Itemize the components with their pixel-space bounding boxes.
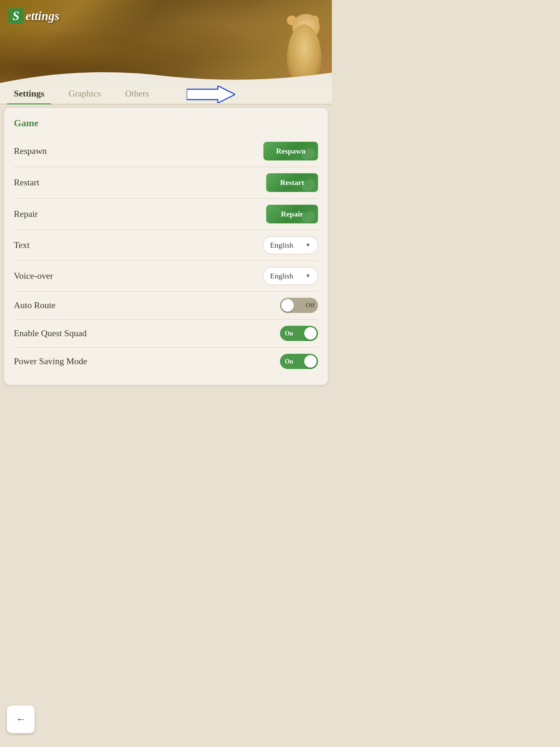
dropdown-arrow-icon: ▼ — [305, 242, 311, 248]
section-title: Game — [14, 118, 318, 129]
tab-graphics[interactable]: Graphics — [62, 83, 108, 104]
setting-row-text: TextEnglish▼ — [14, 230, 318, 261]
setting-row-voice_over: Voice-overEnglish▼ — [14, 261, 318, 292]
setting-label-power_saving_mode: Power Saving Mode — [14, 356, 87, 367]
dropdown-value-voice_over: English — [270, 271, 293, 280]
dropdown-value-text: English — [270, 241, 293, 250]
setting-label-repair: Repair — [14, 209, 38, 219]
toggle-label-enable_quest_squad: On — [285, 330, 293, 337]
setting-label-voice_over: Voice-over — [14, 271, 53, 281]
title-s-box: S — [8, 8, 24, 24]
setting-label-restart: Restart — [14, 177, 39, 188]
toggle-thumb-enable_quest_squad — [304, 327, 317, 340]
action-button-respawn[interactable]: Respawn — [263, 142, 318, 160]
svg-marker-1 — [187, 86, 235, 103]
setting-row-auto_route: Auto RouteOff — [14, 292, 318, 320]
setting-row-restart: RestartRestart — [14, 167, 318, 199]
action-button-repair[interactable]: Repair — [266, 205, 318, 223]
dropdown-text[interactable]: English▼ — [263, 236, 318, 254]
setting-row-repair: RepairRepair — [14, 199, 318, 230]
tab-others[interactable]: Others — [118, 83, 156, 104]
dropdown-voice_over[interactable]: English▼ — [263, 267, 318, 285]
toggle-thumb-auto_route — [281, 299, 294, 312]
setting-row-enable_quest_squad: Enable Quest SquadOn — [14, 320, 318, 348]
toggle-label-auto_route: Off — [306, 302, 315, 309]
arrow-icon — [187, 86, 235, 103]
header-banner: S ettings — [0, 0, 332, 83]
setting-label-auto_route: Auto Route — [14, 300, 56, 311]
toggle-auto_route[interactable]: Off — [280, 298, 318, 313]
title-text: ettings — [26, 9, 59, 23]
settings-list: RespawnRespawnRestartRestartRepairRepair… — [14, 136, 318, 375]
title-area: S ettings — [8, 8, 59, 24]
setting-label-text: Text — [14, 240, 30, 250]
arrow-annotation — [187, 86, 235, 103]
setting-row-power_saving_mode: Power Saving ModeOn — [14, 348, 318, 375]
setting-row-respawn: RespawnRespawn — [14, 136, 318, 167]
tab-settings[interactable]: Settings — [7, 83, 51, 104]
dropdown-arrow-icon: ▼ — [305, 273, 311, 279]
toggle-label-power_saving_mode: On — [285, 358, 293, 365]
tabs-row: Settings Graphics Others — [0, 83, 332, 104]
setting-label-respawn: Respawn — [14, 146, 47, 156]
banner-wave — [0, 66, 332, 83]
action-button-restart[interactable]: Restart — [266, 173, 318, 192]
toggle-enable_quest_squad[interactable]: On — [280, 326, 318, 341]
toggle-thumb-power_saving_mode — [304, 355, 317, 368]
main-content: Game RespawnRespawnRestartRestartRepairR… — [4, 108, 328, 385]
setting-label-enable_quest_squad: Enable Quest Squad — [14, 328, 87, 339]
toggle-power_saving_mode[interactable]: On — [280, 354, 318, 369]
